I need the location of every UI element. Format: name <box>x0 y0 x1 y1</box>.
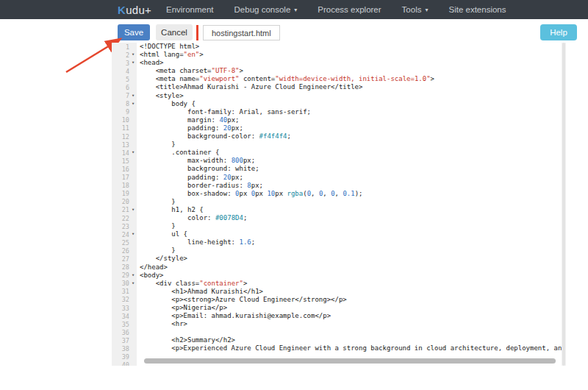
vertical-scrollbar[interactable] <box>562 43 566 366</box>
line-number[interactable]: 17 <box>112 174 137 182</box>
fold-toggle-icon[interactable]: ▾ <box>129 59 137 67</box>
fold-toggle-icon[interactable]: ▾ <box>129 51 137 59</box>
save-button[interactable]: Save <box>118 24 150 40</box>
line-number[interactable]: 12 <box>112 132 137 141</box>
code-line[interactable]: background: white; <box>140 165 566 173</box>
code-line[interactable]: } <box>140 141 566 149</box>
code-line[interactable]: border-radius: 8px; <box>140 182 566 190</box>
code-line[interactable]: <p>Email: ahmad.kuraishi@example.com</p> <box>140 312 566 320</box>
line-number[interactable]: 25 <box>112 238 137 247</box>
line-number[interactable]: 31 <box>112 288 137 296</box>
code-line[interactable]: padding: 20px; <box>140 124 566 132</box>
cancel-button[interactable]: Cancel <box>156 24 193 40</box>
line-number[interactable]: 34 <box>112 312 137 320</box>
code-line[interactable]: <h2>Summary</h2> <box>140 336 566 344</box>
code-line[interactable]: <p><strong>Azure Cloud Engineer</strong>… <box>140 296 566 304</box>
code-line[interactable]: background-color: #f4f4f4; <box>140 132 566 141</box>
code-line[interactable]: .container { <box>140 149 566 157</box>
code-editor[interactable]: 12▾3▾4567▾8▾91011121314▾15161718192021▾2… <box>112 43 566 366</box>
code-line[interactable]: max-width: 800px; <box>140 157 566 165</box>
code-line[interactable]: </style> <box>140 255 566 263</box>
fold-toggle-icon[interactable]: ▾ <box>129 92 137 100</box>
fold-toggle-icon[interactable]: ▾ <box>129 280 137 288</box>
code-line[interactable]: margin: 40px; <box>140 116 566 124</box>
line-number[interactable]: 16 <box>112 165 137 173</box>
line-number[interactable]: 27 <box>112 255 137 263</box>
fold-toggle-icon[interactable]: ▾ <box>129 272 137 280</box>
code-line[interactable]: <html lang="en"> <box>140 51 566 59</box>
code-line[interactable]: <head> <box>140 59 566 67</box>
line-number[interactable]: 13 <box>112 141 137 149</box>
code-line[interactable]: line-height: 1.6; <box>140 238 566 247</box>
line-number[interactable]: 4 <box>112 67 137 75</box>
line-number[interactable]: 6 <box>112 83 137 91</box>
code-line[interactable]: } <box>140 247 566 255</box>
code-line[interactable]: <body> <box>140 272 566 280</box>
nav-item-tools[interactable]: Tools▾ <box>392 0 439 19</box>
line-number[interactable]: 3▾ <box>112 59 137 67</box>
line-number[interactable]: 8▾ <box>112 100 137 108</box>
code-line[interactable] <box>140 328 566 336</box>
line-number[interactable]: 1 <box>112 43 137 51</box>
fold-toggle-icon[interactable]: ▾ <box>129 230 137 238</box>
line-number[interactable]: 5 <box>112 75 137 83</box>
code-line[interactable]: <title>Ahmad Kuraishi - Azure Cloud Engi… <box>140 83 566 91</box>
line-number[interactable]: 22 <box>112 214 137 222</box>
line-number[interactable]: 10 <box>112 116 137 124</box>
line-number[interactable]: 30▾ <box>112 280 137 288</box>
code-line[interactable]: ul { <box>140 230 566 238</box>
fold-toggle-icon[interactable]: ▾ <box>129 149 137 157</box>
code-line[interactable]: <div class="container"> <box>140 280 566 288</box>
code-line[interactable]: padding: 20px; <box>140 174 566 182</box>
code-line[interactable]: } <box>140 198 566 206</box>
horizontal-scrollbar[interactable] <box>144 358 556 364</box>
nav-item-environment[interactable]: Environment <box>156 0 224 19</box>
line-number[interactable]: 18 <box>112 182 137 190</box>
line-number[interactable]: 36 <box>112 328 137 336</box>
code-line[interactable]: font-family: Arial, sans-serif; <box>140 108 566 116</box>
help-button[interactable]: Help <box>540 24 577 40</box>
line-number[interactable]: 39 <box>112 353 137 361</box>
code-line[interactable]: box-shadow: 0px 0px 10px rgba(0, 0, 0, 0… <box>140 190 566 198</box>
line-number[interactable]: 2▾ <box>112 51 137 59</box>
code-line[interactable]: } <box>140 222 566 230</box>
line-number[interactable]: 35 <box>112 320 137 328</box>
code-line[interactable]: <p>Nigeria</p> <box>140 304 566 312</box>
nav-item-site-extensions[interactable]: Site extensions <box>438 0 516 19</box>
line-number[interactable]: 7▾ <box>112 92 137 100</box>
line-number[interactable]: 40 <box>112 361 137 366</box>
line-number[interactable]: 37 <box>112 336 137 344</box>
line-number[interactable]: 23 <box>112 222 137 230</box>
line-number[interactable]: 21▾ <box>112 206 137 214</box>
line-number[interactable]: 26 <box>112 247 137 255</box>
kudu-logo[interactable]: Kudu+ <box>118 0 151 19</box>
code-line[interactable]: <p>Experienced Azure Cloud Engineer with… <box>140 344 566 352</box>
line-number[interactable]: 32 <box>112 296 137 304</box>
line-number[interactable]: 20 <box>112 198 137 206</box>
line-number[interactable]: 14▾ <box>112 149 137 157</box>
fold-toggle-icon[interactable]: ▾ <box>129 206 137 214</box>
code-line[interactable]: </head> <box>140 263 566 272</box>
code-line[interactable]: color: #0078D4; <box>140 214 566 222</box>
code-line[interactable]: <meta charset="UTF-8"> <box>140 67 566 75</box>
code-line[interactable]: body { <box>140 100 566 108</box>
line-number[interactable]: 11 <box>112 124 137 132</box>
code-line[interactable]: <style> <box>140 92 566 100</box>
nav-item-debug-console[interactable]: Debug console▾ <box>224 0 308 19</box>
code-line[interactable]: h1, h2 { <box>140 206 566 214</box>
line-number[interactable]: 15 <box>112 157 137 165</box>
fold-toggle-icon[interactable]: ▾ <box>129 100 137 108</box>
line-number[interactable]: 9 <box>112 108 137 116</box>
code-line[interactable]: <hr> <box>140 320 566 328</box>
code-line[interactable]: <!DOCTYPE html> <box>140 43 566 51</box>
code-line[interactable]: <h1>Ahmad Kuraishi</h1> <box>140 288 566 296</box>
line-number[interactable]: 28 <box>112 263 137 272</box>
line-number[interactable]: 29▾ <box>112 272 137 280</box>
nav-item-process-explorer[interactable]: Process explorer <box>307 0 391 19</box>
line-number[interactable]: 38 <box>112 344 137 352</box>
line-number[interactable]: 19 <box>112 190 137 198</box>
line-number[interactable]: 33 <box>112 304 137 312</box>
code-line[interactable]: <meta name="viewport" content="width=dev… <box>140 75 566 83</box>
line-number[interactable]: 24▾ <box>112 230 137 238</box>
code-content[interactable]: <!DOCTYPE html><html lang="en"><head> <m… <box>137 43 566 366</box>
